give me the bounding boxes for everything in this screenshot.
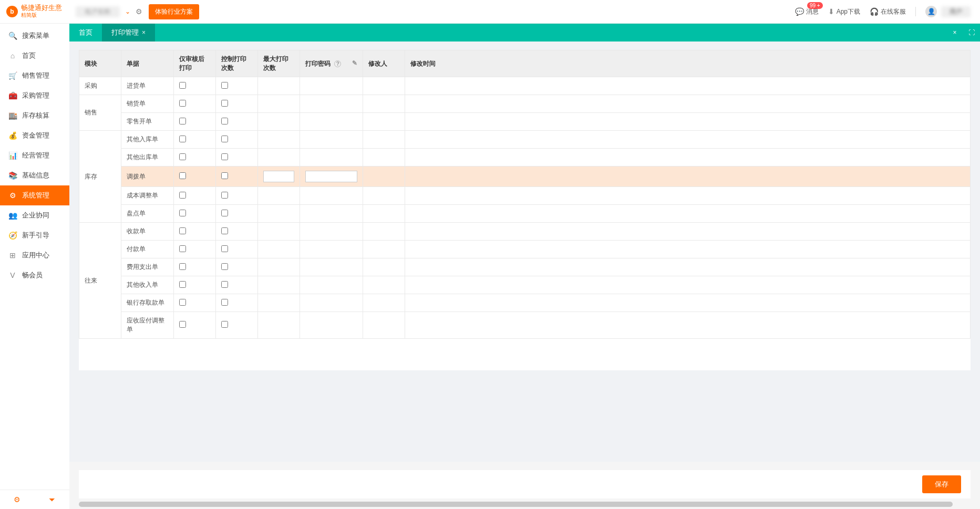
max-times-cell [258,187,300,205]
password-input[interactable] [305,171,357,182]
tenant-selector[interactable]: 租户名称 ⌄ ⚙ [76,6,142,17]
only-after-audit-checkbox[interactable] [179,321,186,328]
only-after-audit-checkbox[interactable] [179,227,186,234]
only-after-audit-checkbox[interactable] [179,100,186,107]
tab-print-management[interactable]: 打印管理 × [102,24,155,41]
only-after-audit-checkbox[interactable] [179,153,186,160]
modify-time-cell [405,205,971,223]
sidebar-item-label: 企业协同 [22,211,49,220]
only-after-audit-checkbox[interactable] [179,136,186,142]
edit-icon[interactable]: ✎ [352,59,357,67]
only-after-audit-cell [174,167,216,187]
control-times-cell [216,223,258,241]
control-times-cell [216,95,258,113]
only-after-audit-checkbox[interactable] [179,118,186,124]
only-after-audit-checkbox[interactable] [179,192,186,199]
sidebar-item-operation[interactable]: 📊经营管理 [0,146,69,165]
max-times-cell [258,223,300,241]
only-after-audit-checkbox[interactable] [179,82,186,89]
password-cell [300,95,363,113]
control-times-checkbox[interactable] [221,321,228,328]
control-times-checkbox[interactable] [221,227,228,234]
password-cell [300,205,363,223]
brand-logo-icon: b [6,6,18,17]
messages-button[interactable]: 💬 消息 99 + [792,5,822,18]
control-times-checkbox[interactable] [221,82,228,89]
industry-plan-button[interactable]: 体验行业方案 [149,4,199,19]
sidebar-item-label: 经营管理 [22,151,49,160]
help-icon[interactable]: ? [334,60,341,67]
sidebar-item-purchase-mgmt[interactable]: 🧰采购管理 [0,86,69,106]
sidebar-item-label: 搜索菜单 [22,31,49,40]
scrollbar-thumb[interactable] [79,502,953,507]
doc-cell: 进货单 [121,77,174,95]
gear-icon[interactable]: ⚙ [136,7,142,16]
modifier-cell [363,149,405,167]
doc-cell: 付款单 [121,241,174,258]
tab-home[interactable]: 首页 [69,24,102,41]
sidebar-item-system-mgmt[interactable]: ⚙系统管理 [0,185,69,205]
newbie-icon: 🧭 [8,231,17,240]
sidebar-item-funds[interactable]: 💰资金管理 [0,126,69,146]
th-modifier: 修改人 [363,50,405,77]
only-after-audit-checkbox[interactable] [179,281,186,288]
control-times-checkbox[interactable] [221,192,228,199]
sidebar-item-vip[interactable]: V畅会员 [0,265,69,285]
doc-cell: 应收应付调整单 [121,312,174,339]
online-service-button[interactable]: 🎧 在线客服 [866,5,909,18]
sidebar-item-sales-mgmt[interactable]: 🛒销售管理 [0,66,69,86]
sidebar: 🔍搜索菜单⌂首页🛒销售管理🧰采购管理🏬库存核算💰资金管理📊经营管理📚基础信息⚙系… [0,24,69,509]
save-button[interactable]: 保存 [922,475,961,493]
only-after-audit-checkbox[interactable] [179,245,186,252]
max-times-cell [258,276,300,294]
horizontal-scrollbar[interactable] [79,502,971,507]
sidebar-item-search-menu[interactable]: 🔍搜索菜单 [0,26,69,46]
password-cell [300,131,363,149]
sidebar-item-inventory[interactable]: 🏬库存核算 [0,106,69,126]
control-times-checkbox[interactable] [221,281,228,288]
control-times-checkbox[interactable] [221,100,228,107]
sidebar-item-apps[interactable]: ⊞应用中心 [0,245,69,265]
only-after-audit-checkbox[interactable] [179,172,186,179]
fullscreen-icon[interactable]: ⛶ [963,24,980,41]
tab-close-all-icon[interactable]: × [946,24,963,41]
close-icon[interactable]: × [142,29,146,36]
max-times-input[interactable] [263,171,294,182]
home-icon: ⌂ [8,51,17,60]
main: 首页 打印管理 × × ⛶ [69,24,980,509]
collapse-icon[interactable]: ⏷ [48,495,56,504]
th-module: 模块 [79,50,121,77]
only-after-audit-checkbox[interactable] [179,299,186,306]
settings-icon[interactable]: ⚙ [14,495,20,504]
control-times-checkbox[interactable] [221,172,228,179]
control-times-checkbox[interactable] [221,263,228,270]
control-times-checkbox[interactable] [221,118,228,124]
table-row: 盘点单 [79,205,971,223]
user-menu[interactable]: 👤 用户 [922,4,974,19]
only-after-audit-checkbox[interactable] [179,210,186,216]
messages-badge: 99 + [807,2,823,9]
control-times-checkbox[interactable] [221,153,228,160]
vip-icon: V [8,271,17,279]
online-service-label: 在线客服 [881,7,906,16]
sidebar-item-basic-info[interactable]: 📚基础信息 [0,165,69,185]
table-row: 零售开单 [79,113,971,131]
control-times-checkbox[interactable] [221,299,228,306]
sidebar-item-home[interactable]: ⌂首页 [0,46,69,66]
sidebar-item-collab[interactable]: 👥企业协同 [0,205,69,225]
message-icon: 💬 [795,7,804,16]
max-times-cell [258,258,300,276]
control-times-checkbox[interactable] [221,210,228,216]
only-after-audit-cell [174,113,216,131]
only-after-audit-checkbox[interactable] [179,263,186,270]
app-download-button[interactable]: ⬇ App下载 [825,5,863,18]
modifier-cell [363,276,405,294]
password-cell [300,276,363,294]
doc-cell: 费用支出单 [121,258,174,276]
operation-icon: 📊 [8,151,17,160]
modifier-cell [363,95,405,113]
control-times-checkbox[interactable] [221,245,228,252]
control-times-checkbox[interactable] [221,136,228,142]
sidebar-item-newbie[interactable]: 🧭新手引导 [0,225,69,245]
max-times-cell [258,167,300,187]
